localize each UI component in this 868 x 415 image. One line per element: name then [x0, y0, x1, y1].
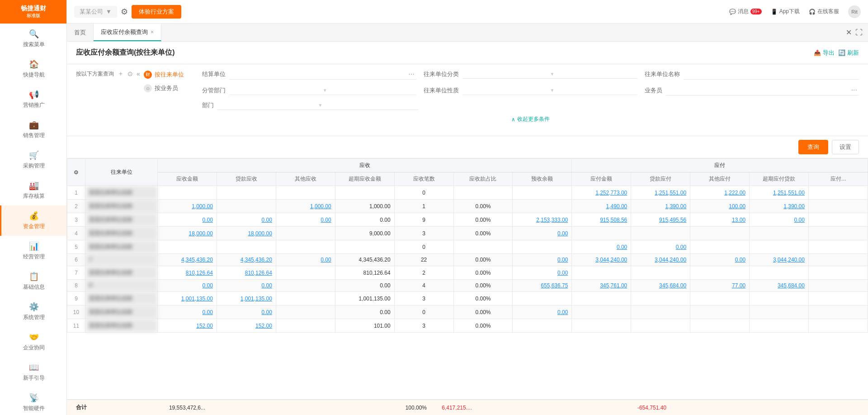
footer-overdue-ap: -654,751.40 — [616, 405, 670, 411]
ar-group-header: 应收 — [158, 159, 572, 172]
settings-btn[interactable]: 设置 — [832, 140, 859, 154]
service-icon: 🎧 — [809, 9, 816, 15]
sidebar-item-quick-nav[interactable]: 🏠 快捷导航 — [0, 54, 66, 84]
overdue-ar-header: 超期应收金额 — [335, 172, 394, 186]
sidebar-icon-purchase: 🛒 — [29, 150, 39, 160]
sidebar-item-purchase[interactable]: 🛒 采购管理 — [0, 145, 66, 175]
footer-prepay: 6,417,215.... — [430, 405, 476, 411]
field-dept-manager: 分管部门 ▼ — [202, 85, 416, 95]
sidebar-item-marketing[interactable]: 📢 营销推广 — [0, 84, 66, 114]
settlement-unit-dots[interactable]: ··· — [408, 70, 414, 78]
tab-ar-ap-query[interactable]: 应收应付余额查询× — [94, 24, 161, 41]
sidebar-label-search: 搜索菜单 — [23, 41, 45, 48]
scheme-partner-icon: 财 — [144, 71, 152, 79]
export-btn[interactable]: 📤 导出 — [814, 49, 835, 57]
ap-amount-header: 应付金额 — [572, 172, 631, 186]
messages-badge: 99+ — [750, 9, 762, 14]
table-row: 10某某往来单位名称0.000.000.0000.00%0.00 — [67, 305, 868, 319]
company-dropdown-icon: ▼ — [106, 8, 112, 15]
sidebar-item-management[interactable]: 📊 经营管理 — [0, 236, 66, 266]
filter-setting-icon[interactable]: ⊙ — [127, 70, 133, 77]
loan-ar-header: 贷款应收 — [217, 172, 276, 186]
table-container[interactable]: ⚙ 往来单位 应收 应付 应收金额 贷款应收 其他应收 超期应收金额 应收笔数 … — [67, 158, 868, 399]
sidebar-icon-inventory: 🏭 — [29, 181, 39, 191]
sidebar-label-corp: 企业协同 — [23, 344, 45, 352]
ar-count-header: 应收笔数 — [394, 172, 453, 186]
collapse-btn[interactable]: ∧ 收起更多条件 — [202, 113, 859, 126]
table-row: 2某某往来单位名称1,000.001,000.001,000.0010.00%1… — [67, 200, 868, 213]
user-avatar[interactable]: Rit — [848, 5, 861, 18]
sidebar-label-marketing: 营销推广 — [23, 101, 45, 109]
sidebar-item-search[interactable]: 🔍 搜索菜单 — [0, 24, 66, 54]
sidebar-label-guide: 新手引导 — [23, 374, 45, 382]
sidebar-label-management: 经营管理 — [23, 253, 45, 261]
sidebar-item-system[interactable]: ⚙️ 系统管理 — [0, 296, 66, 327]
header-right: 💬 消息 99+ 📱 App下载 🎧 在线客服 Rit — [729, 5, 861, 18]
export-icon: 📤 — [814, 49, 821, 56]
solution-btn[interactable]: 体验行业方案 — [132, 5, 181, 19]
table-row: 674,345,436.204,345,436.200.004,345,436.… — [67, 254, 868, 266]
query-btn[interactable]: 查询 — [798, 140, 828, 154]
field-partner-nature: 往来单位性质 ▼ — [424, 85, 638, 95]
partner-category-select[interactable]: ▼ — [462, 70, 638, 79]
dept-manager-arrow: ▼ — [323, 88, 414, 93]
salesperson-dots[interactable]: ··· — [851, 86, 857, 94]
app-download-item[interactable]: 📱 App下载 — [771, 8, 800, 15]
dept-arrow: ▼ — [318, 103, 416, 108]
sidebar-icon-marketing: 📢 — [29, 90, 39, 100]
table-row: 3某某往来单位名称0.000.000.000.0090.00%2,153,333… — [67, 213, 868, 227]
partner-cell: 某某往来单位名称 — [85, 213, 158, 227]
online-service-item[interactable]: 🎧 在线客服 — [809, 8, 839, 15]
online-service-label: 在线客服 — [817, 8, 839, 15]
ar-amount-header: 应收金额 — [158, 172, 217, 186]
sidebar-label-finance: 资金管理 — [23, 223, 45, 230]
sidebar-item-device[interactable]: 📡 智能硬件 — [0, 387, 66, 415]
sidebar-item-guide[interactable]: 📖 新手引导 — [0, 357, 66, 387]
tab-bar: 首页应收应付余额查询× ✕ ⛶ — [67, 24, 868, 42]
sidebar-logo: 畅捷通财 标准版 — [0, 0, 66, 24]
partner-nature-select[interactable]: ▼ — [462, 86, 638, 95]
sidebar-label-quick-nav: 快捷导航 — [23, 71, 45, 79]
table-row: 1某某往来单位名称01,252,773.001,251,551.001,222.… — [67, 186, 868, 200]
sidebar-icon-corp: 🤝 — [29, 332, 39, 342]
tab-close-ar-ap-query[interactable]: × — [151, 29, 154, 35]
refresh-icon: 🔄 — [838, 49, 845, 56]
field-salesperson: 业务员 ··· — [645, 85, 859, 95]
sidebar-item-basic[interactable]: 📋 基础信息 — [0, 266, 66, 296]
scheme-partner-label: 按往来单位 — [155, 71, 184, 79]
scheme-options: 财 按往来单位 ⊙ 按业务员 — [140, 69, 188, 94]
dept-manager-select[interactable]: ▼ — [229, 86, 416, 95]
fullscreen-tab-action[interactable]: ⛶ — [855, 29, 863, 37]
sidebar-item-inventory[interactable]: 🏭 库存核算 — [0, 175, 66, 205]
partner-name-input[interactable] — [684, 69, 859, 80]
tab-home[interactable]: 首页 — [67, 24, 94, 41]
table-row: 11某某往来单位名称152.00152.00101.0030.00% — [67, 319, 868, 333]
footer-label: 合计 — [67, 404, 159, 411]
close-tab-action[interactable]: ✕ — [846, 28, 852, 37]
refresh-btn[interactable]: 🔄 刷新 — [838, 49, 859, 57]
filter-add-icon[interactable]: ＋ — [118, 70, 124, 78]
sidebar-icon-sales: 💼 — [29, 120, 39, 130]
sidebar-item-sales[interactable]: 💼 销售管理 — [0, 114, 66, 145]
ap-group-header: 应付 — [572, 159, 868, 172]
header-company[interactable]: 某某公司 ▼ — [74, 6, 117, 18]
settings-col-header[interactable]: ⚙ — [67, 159, 85, 186]
sidebar-icon-device: 📡 — [29, 393, 39, 403]
sidebar-item-corp[interactable]: 🤝 企业协同 — [0, 327, 66, 357]
sidebar-item-finance[interactable]: 💰 资金管理 — [0, 205, 66, 236]
header-settings-icon[interactable]: ⚙ — [121, 7, 128, 17]
messages-item[interactable]: 💬 消息 99+ — [729, 8, 762, 15]
other-ap-header: 其他应付 — [690, 172, 750, 186]
partner-cell: 某某往来单位名称 — [85, 292, 158, 305]
partner-cell: 某某往来单位名称 — [85, 227, 158, 240]
scheme-by-employee[interactable]: ⊙ 按业务员 — [140, 82, 188, 94]
dept-select[interactable]: ▼ — [217, 101, 419, 110]
table-row: 7某某往来单位名称810,126.64810,126.64810,126.642… — [67, 266, 868, 280]
field-dept: 部门 ▼ — [202, 101, 419, 110]
user-name: Rit — [851, 9, 857, 14]
scheme-by-partner[interactable]: 财 按往来单位 — [140, 69, 188, 81]
partner-cell: 某某往来单位名称 — [85, 266, 158, 280]
filter-expand-icon[interactable]: « — [137, 70, 140, 77]
footer-ar-total: 19,553,472,6... — [159, 405, 209, 411]
sidebar-label-system: 系统管理 — [23, 314, 45, 321]
